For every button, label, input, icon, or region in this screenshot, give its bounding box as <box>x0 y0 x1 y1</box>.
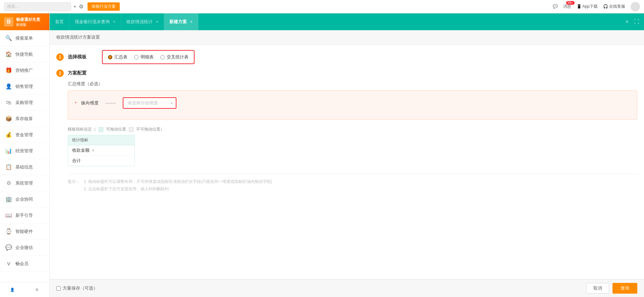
money-icon: 💰 <box>5 132 12 138</box>
message-badge[interactable]: 💬 99+ 消息 <box>553 4 571 9</box>
main-layout: B 畅捷通好生意 标准版 🔍 搜索菜单 🏠 快捷导航 🎁 营销推广 👤 销售管理… <box>0 13 644 297</box>
message-icon: 💬 <box>553 4 558 9</box>
tab-bank-flow-close-icon[interactable]: × <box>113 19 115 24</box>
edition-label: 标准版 <box>16 22 40 27</box>
non-draggable-dot <box>129 127 133 132</box>
person-icon: 👤 <box>5 83 12 90</box>
tab-new-plan-close-icon[interactable]: × <box>190 19 193 24</box>
radio-detail-label: 明细表 <box>141 54 154 60</box>
sidebar-item-guide[interactable]: 📖 新手引导 <box>0 207 49 224</box>
dimension-area: * 纵向维度 —— 请选择分组维度 ▾ <box>68 90 637 120</box>
chart-icon: 📊 <box>5 148 12 154</box>
step2-number: 2 <box>56 69 64 77</box>
radio-cross-label: 交叉统计表 <box>167 54 189 60</box>
tab-bank-flow[interactable]: 现金银行流水查询 × <box>69 13 121 30</box>
dropdown-arrow-icon[interactable]: ▾ <box>92 148 94 153</box>
top-bar-right: 💬 99+ 消息 📱 App下载 🎧 在线客服 <box>553 2 640 11</box>
radio-detail[interactable]: 明细表 <box>134 54 154 60</box>
arrow-icon: —— <box>105 100 116 106</box>
tab-new-plan[interactable]: 新建方案 × <box>164 13 198 30</box>
step1-number: 1 <box>56 53 64 61</box>
sidebar-label-system: 系统管理 <box>15 180 33 186</box>
radio-summary[interactable]: 汇总表 <box>108 54 127 60</box>
sidebar-label-operations: 经营管理 <box>15 148 33 154</box>
sidebar-item-inventory[interactable]: 📦 库存核算 <box>0 111 49 127</box>
metrics-table-header: 统计指标 <box>68 135 135 145</box>
headset-icon: 🎧 <box>603 4 608 9</box>
sidebar-label-marketing: 营销推广 <box>15 67 33 73</box>
message-label: 消息 <box>563 4 571 9</box>
metrics-row-total: 合计 <box>68 156 135 166</box>
save-plan-checkbox[interactable]: 方案保存（可选） <box>56 285 98 291</box>
logo-icon: B <box>4 17 13 27</box>
step1-section: 1 选择模板 汇总表 明细表 交 <box>50 45 644 202</box>
app-download-link[interactable]: 📱 App下载 <box>577 4 598 9</box>
message-count: 99+ <box>566 1 575 5</box>
save-plan-checkbox-input[interactable] <box>56 286 61 291</box>
tab-bar-actions: × ⛶ <box>624 17 644 26</box>
non-draggable-label: 不可拖动位置） <box>136 127 164 132</box>
building-icon: 🏢 <box>5 196 12 202</box>
sidebar-item-smart-hw[interactable]: ⌚ 智能硬件 <box>0 224 49 240</box>
sidebar-item-basic-info[interactable]: 📋 基础信息 <box>0 159 49 175</box>
tab-close-all-icon[interactable]: × <box>624 17 631 26</box>
sidebar-label-inventory: 库存核算 <box>15 116 33 122</box>
sidebar-item-sales[interactable]: 👤 销售管理 <box>0 79 49 95</box>
draggable-label: 可拖动位置 <box>106 127 126 132</box>
sidebar-item-corp-collab[interactable]: 🏢 企业协同 <box>0 191 49 207</box>
radio-summary-label: 汇总表 <box>114 54 127 60</box>
tab-receipt-stat-close-icon[interactable]: × <box>156 19 158 24</box>
cancel-button[interactable]: 取消 <box>586 283 609 294</box>
sidebar: B 畅捷通好生意 标准版 🔍 搜索菜单 🏠 快捷导航 🎁 营销推广 👤 销售管理… <box>0 13 50 297</box>
sidebar-item-finance[interactable]: 💰 资金管理 <box>0 127 49 143</box>
radio-cross[interactable]: 交叉统计表 <box>160 54 189 60</box>
sidebar-label-smart-hw: 智能硬件 <box>15 229 33 235</box>
watch-icon: ⌚ <box>5 228 12 235</box>
sidebar-item-quick-nav[interactable]: 🏠 快捷导航 <box>0 46 49 62</box>
tip-text-2: 2. 点击标题栏下拉可设置排序、插入列和删除列 <box>68 186 637 193</box>
chat-icon: 💬 <box>5 244 12 251</box>
tab-receipt-stat[interactable]: 收款情况统计 × <box>121 13 164 30</box>
sidebar-item-system[interactable]: ⚙ 系统管理 <box>0 175 49 191</box>
dimension-row: * 纵向维度 —— 请选择分组维度 ▾ <box>75 97 630 109</box>
sidebar-label-guide: 新手引导 <box>15 212 33 218</box>
metrics-total-label: 合计 <box>72 158 81 164</box>
dimension-section-title: 汇总维度（必选） <box>68 81 637 87</box>
page-content: 收款情况统计方案设置 1 选择模板 汇总表 明细表 <box>50 30 644 279</box>
trial-button[interactable]: 体验行业方案 <box>88 2 120 11</box>
tip-text-1: 提示： 1. 拖动标题栏可以调整布局，不可跨维度或指标区域拖动栏目字段(只能在同… <box>68 178 637 186</box>
online-service-link[interactable]: 🎧 在线客服 <box>603 4 625 9</box>
sidebar-item-member[interactable]: V 畅会员 <box>0 256 49 272</box>
sidebar-item-purchase[interactable]: 🛍 采购管理 <box>0 95 49 111</box>
sidebar-logo: B 畅捷通好生意 标准版 <box>0 13 49 30</box>
tab-receipt-stat-label: 收款情况统计 <box>126 19 153 25</box>
draggable-hint: 模板指标设定（ 可拖动位置 不可拖动位置） <box>68 127 637 132</box>
sidebar-footer-icon1[interactable]: 👤 <box>0 282 25 297</box>
metrics-row-receipt-amount[interactable]: 收款金额 ▾ <box>68 145 135 156</box>
tab-maximize-icon[interactable]: ⛶ <box>632 17 641 26</box>
settings-gear-icon[interactable]: ⚙ <box>79 3 84 10</box>
sidebar-label-search-menu: 搜索菜单 <box>15 35 33 41</box>
action-buttons: 取消 查询 <box>586 283 637 294</box>
tab-bar: 首页 现金银行流水查询 × 收款情况统计 × 新建方案 × × ⛶ <box>50 13 644 30</box>
sidebar-item-corp-wechat[interactable]: 💬 企业微信 <box>0 240 49 256</box>
sidebar-label-finance: 资金管理 <box>15 132 33 138</box>
sidebar-item-marketing[interactable]: 🎁 营销推广 <box>0 62 49 79</box>
search-bar[interactable]: 搜索... <box>4 2 71 11</box>
step2-section: 2 方案配置 汇总维度（必选） * 纵向维度 —— 请选择分 <box>56 69 637 197</box>
dropdown-arrow-icon[interactable]: ▾ <box>74 4 76 9</box>
member-icon: V <box>5 261 12 266</box>
sidebar-item-search-menu[interactable]: 🔍 搜索菜单 <box>0 30 49 46</box>
sidebar-footer-icon2[interactable]: ⚙ <box>25 282 50 297</box>
search-menu-icon: 🔍 <box>5 35 12 41</box>
dimension-select[interactable]: 请选择分组维度 ▾ <box>123 97 176 109</box>
step1-row: 1 选择模板 汇总表 明细表 交 <box>56 50 637 64</box>
home-icon: 🏠 <box>5 51 12 57</box>
sidebar-label-basic-info: 基础信息 <box>15 164 33 170</box>
sidebar-item-operations[interactable]: 📊 经营管理 <box>0 143 49 159</box>
gift-icon: 🎁 <box>5 67 12 73</box>
query-button[interactable]: 查询 <box>612 283 637 294</box>
app-name: 畅捷通好生意 <box>16 17 40 22</box>
tab-home[interactable]: 首页 <box>50 13 69 30</box>
user-avatar[interactable] <box>631 2 640 11</box>
